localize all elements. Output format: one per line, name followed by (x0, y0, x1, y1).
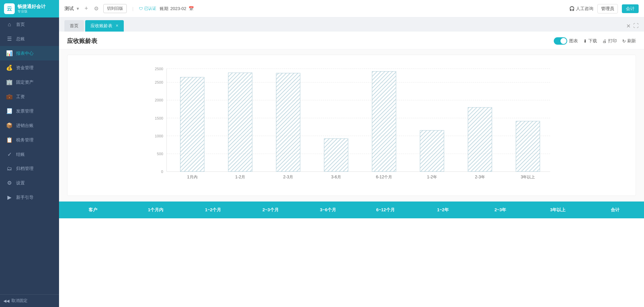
sidebar-item-label: 报表中心 (16, 50, 34, 56)
tax-icon: 📋 (6, 137, 13, 143)
sidebar-item-settlement[interactable]: ✓ 结账 (0, 147, 59, 162)
consultation-label: 人工咨询 (576, 6, 593, 12)
sidebar-item-settings[interactable]: ⚙ 设置 (0, 176, 59, 190)
maximize-window-icon[interactable]: ⛶ (633, 23, 639, 29)
download-label: 下载 (588, 38, 597, 44)
add-button[interactable]: + (83, 5, 90, 12)
th-3-6month: 3~6个月 (299, 207, 357, 213)
svg-text:2-3月: 2-3月 (283, 175, 293, 179)
app-version: 专业版 (17, 9, 46, 14)
th-1month: 1个月内 (127, 207, 184, 213)
sidebar-item-home[interactable]: ⌂ 首页 (0, 17, 59, 32)
download-button[interactable]: ⬇ 下载 (583, 38, 597, 44)
sidebar-item-report-center[interactable]: 📊 报表中心 (0, 46, 59, 60)
svg-text:3-6月: 3-6月 (331, 175, 341, 179)
th-1-2year: 1~2年 (414, 207, 472, 213)
bar-1-2年 (420, 130, 444, 172)
settings-gear-icon[interactable]: ⚙ (93, 5, 100, 12)
sidebar-item-tax[interactable]: 📋 税务管理 (0, 133, 59, 147)
project-name: 测试 (64, 6, 74, 12)
certified-badge: 🛡 已认证 (139, 6, 156, 11)
svg-text:2000: 2000 (155, 98, 163, 102)
sidebar-item-label: 资金管理 (16, 65, 34, 71)
sidebar-item-invoice[interactable]: 🧾 发票管理 (0, 104, 59, 118)
role-button[interactable]: 会计 (622, 4, 639, 13)
svg-text:1000: 1000 (155, 134, 163, 138)
tab-home-label: 首页 (70, 23, 78, 28)
svg-text:1500: 1500 (155, 116, 163, 120)
calendar-icon[interactable]: 📅 (189, 6, 194, 11)
sidebar-item-label: 发票管理 (16, 108, 34, 114)
chart-toggle[interactable] (554, 37, 567, 45)
sidebar-item-purchase-sales[interactable]: 📦 进销台账 (0, 118, 59, 133)
top-nav: 测试 ▼ + ⚙ 切到旧版 | 🛡 已认证 账期 2023-02 📅 🎧 人工咨… (59, 0, 644, 17)
th-6-12month: 6~12个月 (357, 207, 414, 213)
home-icon: ⌂ (6, 21, 13, 28)
bar-1-2月 (228, 73, 252, 172)
old-version-button[interactable]: 切到旧版 (103, 4, 127, 13)
svg-text:2500: 2500 (155, 67, 163, 71)
cancel-fixed-label: 取消固定 (11, 298, 28, 304)
sidebar-item-fund-management[interactable]: 💰 资金管理 (0, 60, 59, 75)
sidebar-item-fixed-assets[interactable]: 🏢 固定资产 (0, 75, 59, 89)
archive-icon: 🗂 (6, 166, 13, 172)
project-selector[interactable]: 测试 ▼ (64, 6, 80, 12)
svg-text:500: 500 (157, 152, 163, 156)
bar-1月内 (180, 77, 204, 172)
app-name: 畅捷通好会计 (17, 4, 46, 9)
period-info: 账期 2023-02 📅 (160, 6, 194, 12)
page-area: 应收账龄表 图表 ⬇ 下载 🖨 打印 ↻ 刷新 (59, 32, 644, 307)
sidebar-item-archive[interactable]: 🗂 归档管理 (0, 162, 59, 176)
chart-area: 0 500 1000 1500 2000 2500 2500 1 (59, 49, 644, 202)
main-content: 测试 ▼ + ⚙ 切到旧版 | 🛡 已认证 账期 2023-02 📅 🎧 人工咨… (59, 0, 644, 307)
user-button[interactable]: 管理员 (597, 4, 618, 13)
sidebar-item-general-ledger[interactable]: ☰ 总账 (0, 32, 59, 46)
chart-toggle-wrap: 图表 (554, 37, 578, 45)
sidebar: 云 畅捷通好会计 专业版 ⌂ 首页 ☰ 总账 📊 报表中心 💰 资金管理 🏢 固… (0, 0, 59, 307)
refresh-button[interactable]: ↻ 刷新 (622, 38, 636, 44)
refresh-label: 刷新 (627, 38, 636, 44)
app-logo-icon: 云 (4, 3, 15, 14)
fund-icon: 💰 (6, 64, 13, 71)
close-window-icon[interactable]: ✕ (626, 23, 631, 29)
refresh-icon: ↻ (622, 39, 626, 44)
tab-close-icon[interactable]: × (116, 23, 118, 28)
purchase-icon: 📦 (6, 122, 13, 129)
th-total: 合计 (587, 207, 644, 213)
sidebar-item-salary[interactable]: 💼 工资 (0, 89, 59, 104)
sidebar-item-label: 税务管理 (16, 137, 34, 143)
svg-text:2500: 2500 (155, 80, 163, 84)
headset-icon: 🎧 (569, 6, 575, 11)
tab-ar-aging[interactable]: 应收账龄表 × (85, 20, 124, 32)
pin-icon: ◀◀ (3, 299, 9, 303)
sidebar-item-label: 固定资产 (16, 79, 34, 85)
period-label: 账期 (160, 6, 168, 12)
print-button[interactable]: 🖨 打印 (602, 38, 617, 44)
cancel-fixed-button[interactable]: ◀◀ 取消固定 (0, 294, 59, 307)
tab-ar-aging-label: 应收账龄表 (91, 23, 112, 28)
sidebar-logo: 云 畅捷通好会计 专业版 (0, 0, 59, 17)
svg-text:1-2年: 1-2年 (427, 175, 437, 179)
sidebar-item-label: 进销台账 (16, 123, 34, 129)
app-name-block: 畅捷通好会计 专业版 (17, 4, 46, 14)
th-customer: 客户 (59, 207, 127, 213)
svg-text:3年以上: 3年以上 (521, 175, 535, 179)
svg-text:6-12个月: 6-12个月 (376, 175, 392, 179)
invoice-icon: 🧾 (6, 108, 13, 114)
settlement-icon: ✓ (6, 151, 13, 158)
page-header: 应收账龄表 图表 ⬇ 下载 🖨 打印 ↻ 刷新 (59, 32, 644, 49)
page-title: 应收账龄表 (67, 37, 97, 45)
bar-chart-svg: 0 500 1000 1500 2000 2500 2500 1 (74, 62, 629, 192)
svg-text:1-2月: 1-2月 (235, 175, 245, 179)
sidebar-item-label: 新手引导 (16, 194, 34, 201)
th-2-3month: 2~3个月 (242, 207, 299, 213)
consultation-button[interactable]: 🎧 人工咨询 (569, 6, 593, 12)
download-icon: ⬇ (583, 39, 587, 44)
bar-3年以上 (516, 121, 540, 172)
sidebar-item-tutorial[interactable]: ▶ 新手引导 (0, 190, 59, 205)
print-label: 打印 (608, 38, 617, 44)
table-header: 客户 1个月内 1~2个月 2~3个月 3~6个月 6~12个月 1~2年 2~… (59, 202, 644, 218)
tab-home[interactable]: 首页 (64, 20, 84, 32)
assets-icon: 🏢 (6, 79, 13, 85)
chart-toggle-label: 图表 (569, 38, 578, 44)
